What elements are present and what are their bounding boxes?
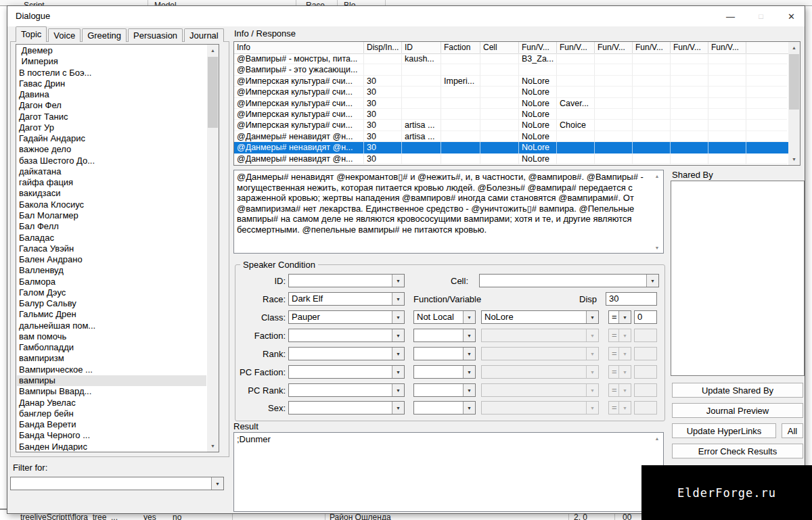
column-header[interactable]: Disp/In... — [364, 42, 402, 53]
topic-list-item[interactable]: дальнейшая пом... — [17, 321, 206, 331]
topic-list-item[interactable]: важное дело — [17, 144, 206, 155]
race-combobox[interactable]: Dark Elf▼ — [288, 292, 405, 306]
pc-rank-combobox[interactable]: ▼ — [288, 383, 405, 397]
topic-list-item[interactable]: Валленвуд — [17, 265, 206, 276]
topic-list-item[interactable]: В постели с Боэ... — [17, 68, 206, 78]
tab-topic[interactable]: Topic — [16, 26, 47, 42]
chevron-down-icon[interactable]: ▼ — [211, 477, 223, 490]
class-combobox[interactable]: Pauper▼ — [288, 310, 405, 324]
topic-list-item[interactable]: Империя — [17, 56, 206, 67]
filter-combobox[interactable]: ▼ — [10, 477, 224, 490]
topic-list-item[interactable]: гайфа фация — [17, 177, 206, 188]
table-row[interactable]: @Данмеры# ненавидят @н...30artisa ...NoL… — [234, 131, 788, 142]
table-row[interactable]: @Имперская культура# счи...30NoLore — [234, 109, 788, 120]
error-check-results-button[interactable]: Error Check Results — [672, 444, 803, 458]
topic-list-item[interactable]: Бал Фелл — [17, 221, 206, 232]
topic-list-item[interactable]: Гадайн Андарис — [17, 133, 206, 144]
chevron-down-icon[interactable]: ▼ — [392, 293, 404, 305]
tab-voice[interactable]: Voice — [48, 28, 81, 42]
topic-list-item[interactable]: вампиры — [17, 375, 206, 386]
response-scrollbar[interactable]: ▲ ▼ — [652, 171, 662, 252]
scrollbar-thumb[interactable] — [208, 57, 218, 128]
column-header[interactable]: Fun/V... — [557, 42, 595, 53]
topic-list-item[interactable]: Дагот Танис — [17, 112, 206, 122]
topic-list-item[interactable]: вакидзаси — [17, 188, 206, 199]
topic-list-item[interactable]: база Шестого До... — [17, 156, 206, 166]
topic-list-item[interactable]: Галаса Увэйн — [17, 243, 206, 254]
topic-list-item[interactable]: Дагон Фел — [17, 100, 206, 111]
rank-combobox[interactable]: ▼ — [288, 347, 405, 360]
column-header[interactable]: Cell — [480, 42, 519, 53]
class-operator-combobox[interactable]: =▼ — [608, 310, 631, 324]
scroll-up-icon[interactable]: ▲ — [788, 42, 800, 53]
topic-list-item[interactable]: Давина — [17, 89, 206, 100]
topic-list-item[interactable]: Балур Сальву — [17, 298, 206, 309]
pc-faction-combobox[interactable]: ▼ — [288, 365, 405, 379]
table-scrollbar[interactable]: ▲ ▼ — [788, 42, 800, 165]
topic-list-scrollbar[interactable]: ▲ ▼ — [207, 45, 219, 452]
column-header[interactable]: Info — [234, 42, 364, 53]
topic-list[interactable]: Двемер ИмперияВ постели с Боэ...Гавас Др… — [16, 44, 219, 452]
update-shared-by-button[interactable]: Update Shared By — [672, 383, 803, 398]
journal-preview-button[interactable]: Journal Preview — [672, 403, 803, 418]
chevron-down-icon[interactable]: ▼ — [463, 348, 475, 360]
topic-list-item[interactable]: Бал Молагмер — [17, 210, 206, 221]
chevron-down-icon[interactable]: ▼ — [392, 402, 404, 414]
tab-journal[interactable]: Journal — [184, 28, 224, 42]
scroll-down-icon[interactable]: ▼ — [788, 153, 800, 165]
table-row[interactable]: @Имперская культура# счи...30NoLore — [234, 87, 788, 97]
column-header[interactable]: Faction — [441, 42, 480, 53]
topic-list-item[interactable]: Банда Верети — [17, 419, 206, 430]
class-value-input[interactable]: 0 — [634, 310, 657, 324]
table-row[interactable]: @Вампиры# - монстры, пита...kaush...B3_Z… — [234, 53, 788, 64]
column-header[interactable]: Fun/V... — [595, 42, 633, 53]
id-combobox[interactable]: ▼ — [288, 274, 405, 287]
chevron-down-icon[interactable]: ▼ — [463, 384, 475, 396]
minimize-button[interactable]: — — [715, 6, 746, 26]
table-row[interactable]: @Вампиры# - это ужасающи... — [234, 64, 788, 75]
column-header[interactable]: Fun/V... — [633, 42, 671, 53]
scroll-down-icon[interactable]: ▼ — [207, 440, 219, 452]
chevron-down-icon[interactable]: ▼ — [463, 402, 475, 414]
column-header[interactable]: ID — [402, 42, 441, 53]
chevron-down-icon[interactable]: ▼ — [646, 275, 658, 287]
table-row[interactable]: @Имперская культура# счи...30Imperi...No… — [234, 76, 788, 87]
table-row[interactable]: @Данмеры# ненавидят @н...30NoLore — [234, 153, 788, 164]
scroll-down-icon[interactable]: ▼ — [652, 243, 662, 252]
topic-list-item[interactable]: Баладас — [17, 233, 206, 243]
column-header[interactable]: Fun/V... — [519, 42, 557, 53]
topic-list-item[interactable]: Гальмис Дрен — [17, 309, 206, 320]
close-button[interactable]: ✕ — [776, 6, 807, 26]
topic-list-item[interactable]: Бален Андрано — [17, 254, 206, 265]
rank-function-combobox[interactable]: ▼ — [413, 347, 476, 360]
topic-list-item[interactable]: Вампирическое ... — [17, 364, 206, 375]
scroll-up-icon[interactable]: ▲ — [652, 171, 662, 181]
tab-greeting[interactable]: Greeting — [82, 28, 127, 42]
topic-list-item[interactable]: банглер бейн — [17, 408, 206, 419]
scroll-up-icon[interactable]: ▲ — [207, 45, 219, 56]
tab-persuasion[interactable]: Persuasion — [128, 28, 183, 42]
chevron-down-icon[interactable]: ▼ — [618, 311, 631, 323]
chevron-down-icon[interactable]: ▼ — [392, 366, 404, 378]
class-variable-combobox[interactable]: NoLore▼ — [481, 310, 599, 324]
topic-list-item[interactable]: вампиризм — [17, 353, 206, 364]
chevron-down-icon[interactable]: ▼ — [586, 311, 598, 323]
topic-list-item[interactable]: Балмора — [17, 277, 206, 287]
topic-list-item[interactable]: Данар Увелас — [17, 398, 206, 408]
topic-list-item[interactable]: Галом Дэус — [17, 287, 206, 298]
chevron-down-icon[interactable]: ▼ — [463, 311, 475, 323]
chevron-down-icon[interactable]: ▼ — [463, 366, 475, 378]
topic-list-item[interactable]: Вампиры Ввард... — [17, 386, 206, 397]
table-row[interactable]: @Имперская культура# счи...30NoLoreCaver… — [234, 98, 788, 109]
class-function-combobox[interactable]: Not Local▼ — [413, 310, 476, 324]
topic-list-item[interactable]: Бакола Клосиус — [17, 199, 206, 210]
topic-list-item[interactable]: вам помочь — [17, 331, 206, 342]
cell-combobox[interactable]: ▼ — [479, 274, 659, 287]
pc-faction-function-combobox[interactable]: ▼ — [413, 365, 476, 379]
faction-function-combobox[interactable]: ▼ — [413, 329, 476, 342]
chevron-down-icon[interactable]: ▼ — [463, 329, 475, 341]
topic-list-item[interactable]: Дагот Ур — [17, 122, 206, 133]
sex-function-combobox[interactable]: ▼ — [413, 401, 476, 415]
update-hyperlinks-button[interactable]: Update HyperLinks — [672, 423, 776, 438]
topic-list-item[interactable]: Гавас Дрин — [17, 78, 206, 89]
